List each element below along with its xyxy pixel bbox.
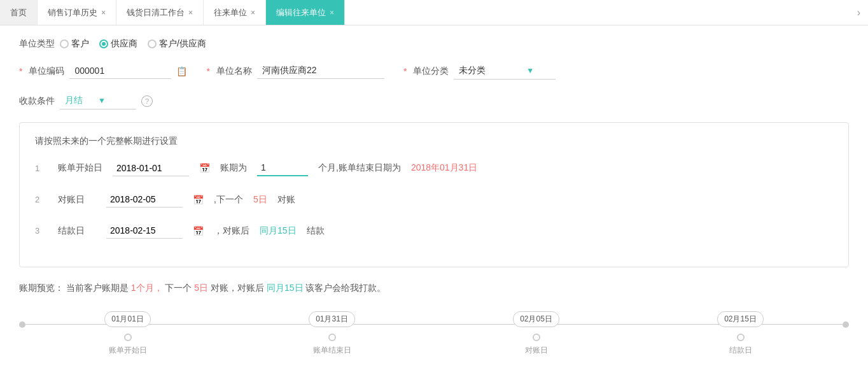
unit-type-radio-group: 客户 供应商 客户/供应商 <box>60 38 206 50</box>
unit-type-row: 单位类型 客户 供应商 客户/供应商 <box>19 38 849 50</box>
unit-category-required: * <box>403 66 407 76</box>
period-row-1-num: 1 <box>35 164 48 173</box>
unit-code-calendar-icon[interactable]: 📋 <box>176 66 187 76</box>
radio-customer[interactable]: 客户 <box>60 38 89 50</box>
timeline-wrapper: 01月01日 账单开始日 01月31日 账单结束日 <box>19 311 849 356</box>
period-row-1-label: 账单开始日 <box>58 162 102 174</box>
radio-customer-label: 客户 <box>71 38 89 50</box>
payment-terms-row: 收款条件 月结 ▼ ? <box>19 92 849 109</box>
period-row-3-highlight: 同月15日 <box>260 225 297 237</box>
period-payment-date-input[interactable] <box>106 223 183 239</box>
tab-edit-unit[interactable]: 编辑往来单位 × <box>266 0 345 25</box>
help-icon-text: ? <box>145 97 149 105</box>
period-row-2-label: 对账日 <box>58 194 96 206</box>
payment-terms-field: 收款条件 月结 ▼ ? <box>19 92 153 109</box>
payment-terms-value: 月结 <box>65 95 83 106</box>
period-row-3-num: 3 <box>35 226 48 236</box>
tab-cash-ledger-label: 钱货日清工作台 <box>127 7 185 18</box>
preview-label: 账期预览： <box>19 283 64 293</box>
unit-category-label: 单位分类 <box>413 66 449 77</box>
period-row-3: 3 结款日 📅 ，对账后 同月15日 结款 <box>35 223 833 239</box>
preview-section: 账期预览： 当前客户账期是 1个月， 下一个 5日 对账，对账后 同月15日 该… <box>19 280 849 356</box>
period-box: 请按照未来的一个完整帐期进行设置 1 账单开始日 📅 账期为 个月,账单结束日期… <box>19 122 849 267</box>
period-start-calendar-icon[interactable]: 📅 <box>199 163 210 173</box>
unit-name-input[interactable] <box>257 63 384 79</box>
period-reconcile-date-input[interactable] <box>106 192 183 208</box>
timeline-label-2: 账单结束日 <box>313 345 351 356</box>
timeline-dot-2 <box>328 334 336 341</box>
radio-supplier[interactable]: 供应商 <box>99 38 137 50</box>
tab-units-label: 往来单位 <box>214 7 247 18</box>
timeline-label-1: 账单开始日 <box>109 345 147 356</box>
period-title: 请按照未来的一个完整帐期进行设置 <box>35 136 833 147</box>
radio-customer-circle <box>60 39 69 48</box>
period-reconcile-calendar-icon[interactable]: 📅 <box>193 195 204 205</box>
unit-code-required: * <box>19 66 22 76</box>
preview-text2: 下一个 <box>165 283 192 293</box>
tab-edit-unit-label: 编辑往来单位 <box>276 7 326 18</box>
timeline-badge-3: 02月05日 <box>513 311 559 327</box>
period-row-2-highlight: 5日 <box>253 194 267 206</box>
preview-text4: 该客户会给我打款。 <box>305 283 386 293</box>
radio-supplier-label: 供应商 <box>111 38 137 50</box>
preview-highlight1: 1个月， <box>131 283 163 293</box>
payment-terms-dropdown-icon: ▼ <box>98 96 106 105</box>
unit-name-field: * 单位名称 <box>206 63 384 79</box>
period-row-1-suffix-post: 个月,账单结束日期为 <box>318 162 401 174</box>
period-row-3-suffix-post: 结款 <box>307 225 325 237</box>
tab-cash-ledger[interactable]: 钱货日清工作台 × <box>116 0 204 25</box>
payment-terms-select[interactable]: 月结 ▼ <box>60 92 136 109</box>
timeline-dot-3 <box>533 334 540 341</box>
tab-home-label: 首页 <box>10 7 27 18</box>
unit-code-input[interactable] <box>69 63 171 79</box>
timeline-label-3: 对账日 <box>525 345 548 356</box>
radio-both-circle <box>148 39 157 48</box>
tab-edit-unit-close[interactable]: × <box>330 8 334 17</box>
period-payment-calendar-icon[interactable]: 📅 <box>193 226 204 236</box>
payment-terms-label: 收款条件 <box>19 95 55 107</box>
period-row-3-label: 结款日 <box>58 225 96 237</box>
unit-code-field: * 单位编码 📋 <box>19 63 187 79</box>
tab-sales-history-close[interactable]: × <box>101 8 106 17</box>
unit-type-label: 单位类型 <box>19 38 55 50</box>
timeline-node-4: 02月15日 结款日 <box>638 311 843 356</box>
timeline-badge-1: 01月01日 <box>104 311 151 327</box>
tab-sales-history[interactable]: 销售订单历史 × <box>38 0 116 25</box>
tab-sales-history-label: 销售订单历史 <box>48 7 97 18</box>
period-row-3-suffix-pre: ，对账后 <box>214 225 249 237</box>
timeline-badge-4: 02月15日 <box>717 311 764 327</box>
preview-highlight3: 同月15日 <box>267 283 304 293</box>
tabs-arrow[interactable]: › <box>850 7 868 18</box>
unit-name-required: * <box>206 66 209 76</box>
period-start-date-input[interactable] <box>113 160 189 176</box>
timeline-badge-2: 01月31日 <box>309 311 355 327</box>
radio-both[interactable]: 客户/供应商 <box>148 38 206 50</box>
period-row-2-num: 2 <box>35 195 48 204</box>
tab-home[interactable]: 首页 <box>0 0 38 25</box>
period-row-1-suffix-pre: 账期为 <box>220 162 247 174</box>
period-month-input[interactable] <box>257 160 308 176</box>
preview-text-pre: 当前客户账期是 <box>66 283 129 293</box>
tab-units[interactable]: 往来单位 × <box>204 0 266 25</box>
tabs-bar: 首页 销售订单历史 × 钱货日清工作台 × 往来单位 × 编辑往来单位 × › <box>0 0 868 25</box>
tab-cash-ledger-close[interactable]: × <box>188 8 193 17</box>
preview-text: 账期预览： 当前客户账期是 1个月， 下一个 5日 对账，对账后 同月15日 该… <box>19 280 849 296</box>
radio-both-label: 客户/供应商 <box>159 38 206 50</box>
preview-highlight2: 5日 <box>194 283 208 293</box>
period-row-2: 2 对账日 📅 ,下一个 5日 对账 <box>35 192 833 208</box>
timeline-node-1: 01月01日 账单开始日 <box>25 311 230 356</box>
help-icon[interactable]: ? <box>141 95 153 107</box>
unit-name-label: 单位名称 <box>216 66 252 77</box>
unit-code-label: 单位编码 <box>29 66 64 77</box>
period-row-2-suffix-post: 对账 <box>277 194 295 206</box>
timeline-dot-1 <box>124 334 132 341</box>
unit-category-select[interactable]: 未分类 ▼ <box>454 62 556 80</box>
unit-info-row: * 单位编码 📋 * 单位名称 * 单位分类 未分类 ▼ <box>19 62 849 80</box>
tab-units-close[interactable]: × <box>251 8 255 17</box>
period-row-1-highlight: 2018年01月31日 <box>411 162 477 174</box>
timeline-node-2: 01月31日 账单结束日 <box>230 311 434 356</box>
main-content: 单位类型 客户 供应商 客户/供应商 * 单位编码 <box>0 25 868 387</box>
unit-category-field: * 单位分类 未分类 ▼ <box>403 62 556 80</box>
unit-type-field: 单位类型 客户 供应商 客户/供应商 <box>19 38 206 50</box>
period-row-1: 1 账单开始日 📅 账期为 个月,账单结束日期为 2018年01月31日 <box>35 160 833 176</box>
